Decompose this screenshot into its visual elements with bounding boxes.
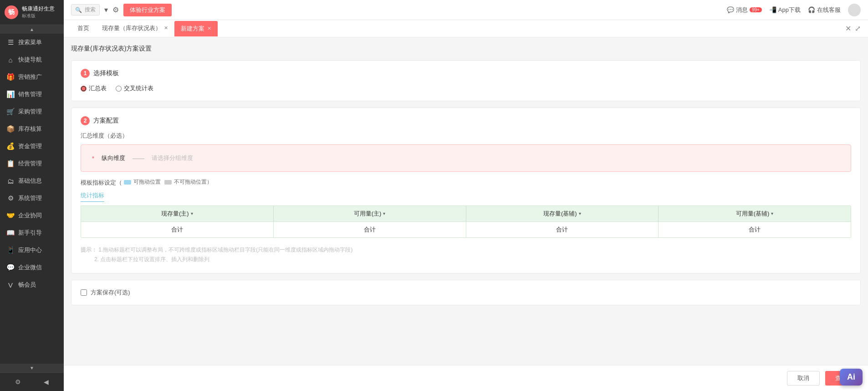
message-icon: 💬 <box>727 6 734 13</box>
stats-col-header-3[interactable]: 可用量(基辅) ▾ <box>659 206 851 221</box>
section1-title: 选择模板 <box>93 69 119 77</box>
sidebar-item-label: 系统管理 <box>18 194 42 202</box>
sidebar-item-enterprise[interactable]: 🤝 企业协同 <box>0 207 64 224</box>
sidebar-scroll-up[interactable]: ▲ <box>0 25 64 34</box>
headset-icon: 🎧 <box>808 6 815 13</box>
book-icon: 📖 <box>6 229 15 237</box>
non-draggable-legend-color <box>164 180 172 185</box>
topbar-dropdown-icon[interactable]: ▾ <box>104 5 108 14</box>
top-bar: 🔍 搜索 ▾ ⚙ 体验行业方案 💬 消息 99+ 📲 App下载 🎧 在线客服 <box>64 0 868 20</box>
top-bar-right: 💬 消息 99+ 📲 App下载 🎧 在线客服 <box>727 4 861 16</box>
stats-cell-0: 合计 <box>81 222 274 237</box>
sidebar-item-sales[interactable]: 📊 销售管理 <box>0 86 64 103</box>
footer-bar: 取消 查询 <box>64 365 868 391</box>
dimension-name: 纵向维度 <box>102 154 125 162</box>
tab-home[interactable]: 首页 <box>71 21 96 37</box>
sidebar-item-label: 搜索菜单 <box>18 38 42 46</box>
tab-inventory-status[interactable]: 现存量（库存状况表） ✕ <box>96 21 174 37</box>
sidebar-settings-button[interactable]: ⚙ <box>11 376 25 387</box>
tab-new-plan-close[interactable]: ✕ <box>207 26 211 31</box>
sidebar-item-system[interactable]: ⚙ 系统管理 <box>0 190 64 207</box>
search-icon: 🔍 <box>75 7 82 13</box>
section-choose-template: 1 选择模板 汇总表 交叉统计表 <box>71 60 861 101</box>
section-plan-config: 2 方案配置 汇总维度（必选） * 纵向维度 —— 请选择分组维度 模板指标设定… <box>71 108 861 273</box>
chart-icon: 📊 <box>6 90 15 98</box>
home-icon: ⌂ <box>6 56 15 64</box>
dimension-placeholder: 请选择分组维度 <box>152 154 193 162</box>
online-service-action[interactable]: 🎧 在线客服 <box>808 6 841 14</box>
tab-new-plan[interactable]: 新建方案 ✕ <box>174 21 218 36</box>
tab-home-label: 首页 <box>77 24 89 32</box>
sidebar-item-label: 基础信息 <box>18 177 42 185</box>
sidebar-scroll-down[interactable]: ▼ <box>0 364 64 372</box>
stats-col-header-1[interactable]: 可用量(主) ▾ <box>274 206 466 221</box>
content-area: 现存量(库存状况表)方案设置 1 选择模板 汇总表 交叉统计表 2 <box>64 37 868 365</box>
sidebar-item-operations[interactable]: 📋 经营管理 <box>0 155 64 172</box>
sidebar-item-label: 企业微信 <box>18 263 42 272</box>
sidebar-item-search-menu[interactable]: ☰ 搜索菜单 <box>0 34 64 51</box>
search-bar[interactable]: 🔍 搜索 <box>71 4 100 15</box>
sidebar-item-newbie[interactable]: 📖 新手引导 <box>0 224 64 242</box>
sidebar-item-quick-nav[interactable]: ⌂ 快捷导航 <box>0 51 64 68</box>
sidebar-item-label: 采购管理 <box>18 108 42 116</box>
stats-table: 现存量(主) ▾ 可用量(主) ▾ 现存量(基辅) ▾ 可用量(基辅) <box>81 206 851 238</box>
user-avatar[interactable] <box>848 4 861 16</box>
sidebar: 畅 畅康通好生意 标准版 ▲ ☰ 搜索菜单 ⌂ 快捷导航 🎁 营销推广 📊 销售… <box>0 0 64 391</box>
close-window-button[interactable]: ✕ <box>845 24 851 33</box>
section2-header: 2 方案配置 <box>81 116 851 125</box>
sidebar-item-wechat[interactable]: 💬 企业微信 <box>0 259 64 276</box>
stats-col-header-0[interactable]: 现存量(主) ▾ <box>81 206 274 221</box>
message-action[interactable]: 💬 消息 99+ <box>727 6 762 14</box>
trial-button[interactable]: 体验行业方案 <box>123 4 172 16</box>
sidebar-fold-button[interactable]: ◀ <box>40 376 52 387</box>
topbar-settings-icon[interactable]: ⚙ <box>112 5 119 14</box>
sidebar-item-finance[interactable]: 💰 资金管理 <box>0 138 64 155</box>
stats-section: 统计指标 现存量(主) ▾ 可用量(主) ▾ 现存量(基辅) <box>81 191 851 238</box>
sidebar-nav: ☰ 搜索菜单 ⌂ 快捷导航 🎁 营销推广 📊 销售管理 🛒 采购管理 📦 库存核… <box>0 34 64 364</box>
stats-cell-3: 合计 <box>659 222 851 237</box>
stats-col-header-2[interactable]: 现存量(基辅) ▾ <box>466 206 659 221</box>
sidebar-item-label: 库存核算 <box>18 125 42 133</box>
tips-section: 提示： 1.拖动标题栏可以调整布局，不可跨维度或指标区域拖动栏目字段(只能在同一… <box>81 245 851 265</box>
radio-summary[interactable]: 汇总表 <box>81 84 107 93</box>
top-bar-left: 🔍 搜索 ▾ ⚙ 体验行业方案 <box>71 4 172 16</box>
save-option: 方案保存(可选) <box>81 288 851 297</box>
app-icon: 📱 <box>6 246 15 254</box>
chevron-down-icon-0: ▾ <box>191 211 193 216</box>
tab-inventory-status-close[interactable]: ✕ <box>164 25 168 31</box>
radio-cross[interactable]: 交叉统计表 <box>116 84 153 93</box>
dimension-box[interactable]: * 纵向维度 —— 请选择分组维度 <box>81 144 851 172</box>
radio-cross-label: 交叉统计表 <box>124 84 153 93</box>
expand-window-button[interactable]: ⤢ <box>855 24 861 33</box>
sidebar-item-member[interactable]: V 畅会员 <box>0 276 64 293</box>
sidebar-item-label: 销售管理 <box>18 90 42 98</box>
sidebar-item-marketing[interactable]: 🎁 营销推广 <box>0 68 64 86</box>
sidebar-item-label: 快捷导航 <box>18 56 42 64</box>
system-icon: ⚙ <box>6 194 15 202</box>
radio-summary-label: 汇总表 <box>89 84 107 93</box>
cart-icon: 🛒 <box>6 108 15 116</box>
step2-badge: 2 <box>81 116 90 125</box>
sidebar-item-app-center[interactable]: 📱 应用中心 <box>0 242 64 259</box>
chevron-down-icon-3: ▾ <box>771 211 773 216</box>
stats-title: 统计指标 <box>81 191 104 202</box>
tip-2: 2. 点击标题栏下拉可设置排序、插入列和删除列 <box>81 256 209 262</box>
wechat-icon: 💬 <box>6 263 15 272</box>
cancel-button[interactable]: 取消 <box>787 371 820 386</box>
chevron-down-icon-1: ▾ <box>383 211 385 216</box>
sidebar-item-purchase[interactable]: 🛒 采购管理 <box>0 103 64 120</box>
radio-cross-input[interactable] <box>116 86 122 92</box>
ai-button[interactable]: Ai <box>840 369 863 386</box>
sidebar-item-label: 新手引导 <box>18 229 42 237</box>
sidebar-item-base-info[interactable]: 🗂 基础信息 <box>0 172 64 190</box>
enterprise-icon: 🤝 <box>6 211 15 220</box>
save-option-checkbox[interactable] <box>81 289 87 296</box>
app-download-action[interactable]: 📲 App下载 <box>769 6 801 14</box>
sidebar-item-label: 经营管理 <box>18 159 42 168</box>
stats-cell-2: 合计 <box>466 222 659 237</box>
sidebar-item-inventory[interactable]: 📦 库存核算 <box>0 120 64 138</box>
section1-header: 1 选择模板 <box>81 69 851 78</box>
tab-new-plan-label: 新建方案 <box>181 25 204 33</box>
tab-bar: 首页 现存量（库存状况表） ✕ 新建方案 ✕ ✕ ⤢ <box>64 20 868 37</box>
radio-summary-input[interactable] <box>81 86 87 92</box>
